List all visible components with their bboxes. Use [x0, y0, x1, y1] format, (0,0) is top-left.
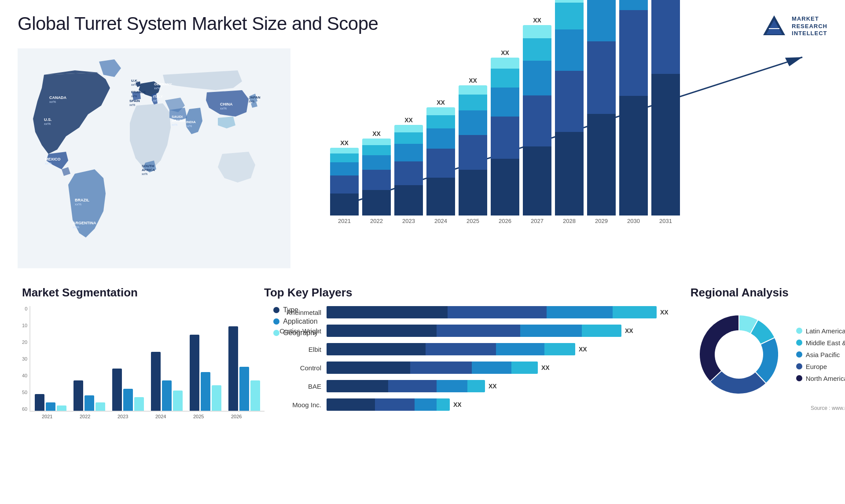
bars-container: XXXXXXXXXXXXXXXXXXXXXX	[308, 53, 819, 215]
bar-group: XX	[651, 0, 680, 215]
logo-icon	[761, 13, 787, 40]
bar-segment	[362, 155, 391, 170]
svg-text:xx%: xx%	[220, 106, 227, 110]
bar-stack	[651, 0, 680, 215]
year-label: 2031	[651, 218, 680, 224]
player-bar-seg	[511, 362, 538, 374]
player-bar-seg	[496, 343, 544, 355]
seg-y-label: 0	[22, 306, 27, 311]
player-bar-seg	[472, 362, 511, 374]
bar-segment	[362, 145, 391, 155]
seg-y-label: 20	[22, 340, 27, 345]
svg-text:MEXICO: MEXICO	[45, 157, 61, 161]
player-bar	[327, 362, 538, 374]
donut-legend-label: Europe	[806, 363, 827, 370]
year-label: 2021	[330, 218, 359, 224]
year-label: 2028	[555, 218, 584, 224]
donut-legend-label: Middle East & Africa	[806, 339, 845, 347]
bar-segment	[491, 88, 519, 117]
player-bar-seg	[415, 398, 437, 411]
bar-group: XX	[523, 17, 551, 215]
svg-text:ARABIA: ARABIA	[172, 119, 185, 123]
seg-chart-wrap: 6050403020100 202120222023202420252026 T…	[22, 306, 242, 419]
donut-legend-label: Latin America	[806, 327, 845, 335]
seg-bar	[46, 402, 55, 411]
segmentation-section: Market Segmentation 6050403020100 202120…	[18, 281, 246, 424]
svg-text:xx%: xx%	[186, 124, 192, 128]
donut-dot	[796, 328, 802, 334]
segmentation-title: Market Segmentation	[22, 286, 242, 299]
svg-text:ARGENTINA: ARGENTINA	[73, 221, 96, 225]
donut-wrap: Latin AmericaMiddle East & AfricaAsia Pa…	[691, 306, 845, 403]
player-bar-seg	[410, 362, 472, 374]
logo-text: MARKET RESEARCH INTELLECT	[792, 15, 827, 38]
donut-dot	[796, 363, 802, 369]
svg-text:xx%: xx%	[44, 122, 51, 126]
player-xx-label: XX	[453, 401, 462, 408]
seg-bar-group	[35, 394, 66, 411]
player-xx-label: XX	[541, 364, 550, 371]
bar-group: XX	[362, 130, 391, 215]
bar-segment	[459, 85, 487, 95]
bar-stack	[555, 0, 584, 215]
player-bar-seg	[582, 325, 621, 337]
bar-segment	[491, 159, 519, 215]
player-bar	[327, 398, 450, 411]
bar-segment	[459, 110, 487, 135]
svg-text:SOUTH: SOUTH	[142, 164, 154, 168]
svg-text:SPAIN: SPAIN	[129, 99, 140, 103]
svg-text:xx%: xx%	[131, 83, 137, 86]
year-label: 2026	[491, 218, 519, 224]
donut-legend-item: Asia Pacific	[796, 351, 845, 358]
svg-point-38	[715, 330, 763, 379]
year-label: 2025	[459, 218, 487, 224]
bar-group: XX	[459, 77, 487, 215]
player-row: BAEXX	[264, 380, 669, 392]
bar-segment	[394, 185, 423, 215]
seg-year-label: 2026	[221, 414, 252, 419]
svg-text:JAPAN: JAPAN	[249, 95, 261, 99]
player-row: RheinmetallXX	[264, 306, 669, 318]
bar-group: XX	[394, 117, 423, 215]
bar-segment	[459, 135, 487, 170]
bar-segment	[394, 161, 423, 185]
seg-bar	[201, 372, 210, 411]
year-label: 2022	[362, 218, 391, 224]
seg-bar	[212, 385, 221, 411]
player-bar-seg	[437, 325, 520, 337]
bar-stack	[523, 25, 551, 215]
bar-segment	[491, 58, 519, 69]
main-content: CANADA xx% U.S. xx% MEXICO xx% BRAZIL xx…	[18, 48, 827, 277]
player-xx-label: XX	[579, 346, 587, 353]
seg-y-label: 10	[22, 323, 27, 328]
donut-legend: Latin AmericaMiddle East & AfricaAsia Pa…	[796, 327, 845, 382]
seg-bar-group	[73, 380, 105, 411]
bar-segment	[394, 125, 423, 132]
seg-y-label: 30	[22, 356, 27, 362]
player-bar	[327, 325, 621, 337]
bar-segment	[523, 95, 551, 146]
player-name: Curtiss-Wright	[264, 327, 321, 335]
bar-segment	[619, 96, 648, 215]
svg-text:CHINA: CHINA	[220, 102, 233, 106]
donut-legend-item: Latin America	[796, 327, 845, 335]
x-axis: 2021202220232024202520262027202820292030…	[308, 218, 819, 224]
bar-stack	[491, 58, 519, 215]
bar-group: XX	[555, 0, 584, 215]
seg-bar	[96, 402, 105, 411]
player-row: Moog Inc.XX	[264, 398, 669, 411]
bar-segment	[523, 146, 551, 215]
donut-legend-label: Asia Pacific	[806, 351, 840, 358]
player-bar-wrap: XX	[327, 325, 633, 337]
year-label: 2030	[619, 218, 648, 224]
bottom-section: Market Segmentation 6050403020100 202120…	[18, 281, 827, 424]
seg-y-labels: 6050403020100	[22, 306, 29, 412]
bar-segment	[619, 0, 648, 10]
donut-dot	[796, 375, 802, 381]
seg-y-label: 60	[22, 406, 27, 412]
svg-text:GERMANY: GERMANY	[154, 82, 173, 86]
seg-bar-group	[228, 326, 260, 411]
bar-segment	[426, 128, 455, 149]
player-row: ControlXX	[264, 362, 669, 374]
bar-segment	[651, 74, 680, 215]
